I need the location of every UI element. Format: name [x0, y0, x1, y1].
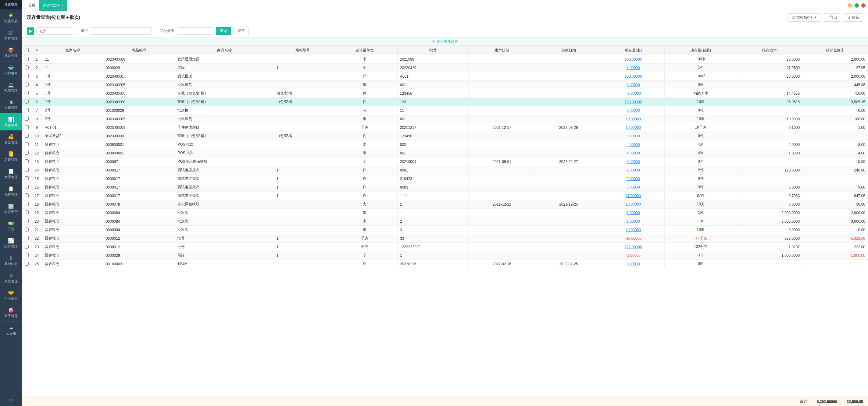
row-qty-main[interactable]: 0.00000	[602, 174, 664, 183]
row-checkbox-cell[interactable]	[22, 234, 31, 243]
category-select[interactable]	[177, 27, 213, 35]
tab-inventory-batch[interactable]: 库存批次▾ ×	[39, 0, 67, 11]
row-qty-main[interactable]: -1.00000	[602, 251, 664, 260]
sidebar-item-system[interactable]: ⚙ 系统管理	[0, 270, 22, 287]
sidebar-settings[interactable]: ⚙	[0, 394, 22, 406]
sidebar-item-ops[interactable]: 📈 经营管理	[0, 235, 22, 252]
row-qty-main[interactable]: 4.00000	[602, 149, 664, 158]
row-checkbox[interactable]	[25, 142, 29, 146]
row-checkbox[interactable]	[25, 117, 29, 121]
row-qty-main[interactable]: 122.00000	[602, 243, 664, 251]
row-checkbox-cell[interactable]	[22, 166, 31, 174]
row-qty-main[interactable]: 3.00000	[602, 183, 664, 192]
row-qty-main[interactable]: 1.00000	[602, 209, 664, 217]
sidebar-item-accounting[interactable]: 📒 总账管理	[0, 148, 22, 165]
row-qty-main[interactable]: 10.00000	[602, 200, 664, 209]
sidebar-item-tax[interactable]: 📋 税务管理	[0, 183, 22, 200]
sidebar-item-basic[interactable]: ℹ 基础信息	[0, 252, 22, 270]
row-qty-main[interactable]: 0.00000	[602, 132, 664, 140]
row-checkbox-cell[interactable]	[22, 192, 31, 200]
row-checkbox[interactable]	[25, 168, 29, 172]
row-checkbox-cell[interactable]	[22, 209, 31, 217]
sidebar-item-finance[interactable]: 💰 资金管理	[0, 131, 22, 148]
sidebar-item-quick-nav[interactable]: ⚡ 快捷导航	[0, 9, 22, 27]
row-checkbox-cell[interactable]	[22, 89, 31, 98]
row-checkbox-cell[interactable]	[22, 106, 31, 115]
warehouse-input[interactable]	[37, 27, 73, 35]
row-qty-main[interactable]: 49.60000	[602, 89, 664, 98]
row-checkbox-cell[interactable]	[22, 72, 31, 81]
row-checkbox-cell[interactable]	[22, 123, 31, 132]
row-checkbox[interactable]	[25, 57, 29, 61]
row-checkbox[interactable]	[25, 91, 29, 95]
row-checkbox[interactable]	[25, 202, 29, 206]
row-qty-main[interactable]: -16.00000	[602, 234, 664, 243]
row-qty-main[interactable]: 100.00000	[602, 55, 664, 64]
sidebar-item-invoice[interactable]: 🧾 发票管理	[0, 165, 22, 183]
row-checkbox[interactable]	[25, 244, 29, 248]
sidebar-item-collab[interactable]: 🤝 企业协同	[0, 287, 22, 304]
row-qty-main[interactable]: 0.00000	[602, 106, 664, 115]
select-all-checkbox[interactable]	[25, 48, 29, 52]
row-checkbox-cell[interactable]	[22, 243, 31, 251]
export-button[interactable]: ↑ 导出	[823, 13, 841, 22]
row-checkbox-cell[interactable]	[22, 140, 31, 149]
sidebar-item-newbie[interactable]: 🎯 新手引导	[0, 304, 22, 322]
row-checkbox-cell[interactable]	[22, 200, 31, 209]
row-checkbox[interactable]	[25, 185, 29, 189]
row-checkbox[interactable]	[25, 228, 29, 232]
row-qty-main[interactable]: 1.00000	[602, 217, 664, 226]
row-checkbox-cell[interactable]	[22, 217, 31, 226]
row-checkbox[interactable]	[25, 100, 29, 104]
sidebar-item-inventory[interactable]: 📊 库存核算	[0, 113, 22, 131]
row-checkbox[interactable]	[25, 253, 29, 257]
row-checkbox[interactable]	[25, 262, 29, 266]
row-qty-main[interactable]: 100.00000	[602, 98, 664, 106]
sidebar-item-ecom[interactable]: 💻 电商管理	[0, 79, 22, 96]
row-checkbox[interactable]	[25, 236, 29, 240]
row-qty-main[interactable]: 87.00000	[602, 192, 664, 200]
row-qty-main[interactable]: 4.00000	[602, 140, 664, 149]
sidebar-item-retail[interactable]: 🛒 零售管理	[0, 27, 22, 44]
row-checkbox-cell[interactable]	[22, 149, 31, 158]
row-checkbox[interactable]	[25, 66, 29, 69]
row-checkbox-cell[interactable]	[22, 226, 31, 234]
row-checkbox-cell[interactable]	[22, 251, 31, 260]
sidebar-item-purchase[interactable]: 🛍 采购管理	[0, 96, 22, 113]
row-qty-main[interactable]: 0.00000	[602, 260, 664, 268]
row-checkbox[interactable]	[25, 134, 29, 138]
filter-arrow-button[interactable]: ▶	[27, 27, 34, 35]
row-qty-main[interactable]: 10.00000	[602, 123, 664, 132]
row-qty-main[interactable]: 100.00000	[602, 72, 664, 81]
row-qty-main[interactable]: 2.00000	[602, 166, 664, 174]
refresh-button[interactable]: ↺ 刷新	[844, 13, 863, 22]
row-checkbox-cell[interactable]	[22, 98, 31, 106]
row-checkbox[interactable]	[25, 125, 29, 129]
row-checkbox[interactable]	[25, 74, 29, 78]
row-checkbox-cell[interactable]	[22, 260, 31, 268]
tab-close-icon[interactable]: ×	[61, 4, 63, 7]
row-checkbox-cell[interactable]	[22, 183, 31, 192]
row-checkbox-cell[interactable]	[22, 132, 31, 140]
row-checkbox-cell[interactable]	[22, 115, 31, 123]
row-checkbox-cell[interactable]	[22, 174, 31, 183]
print-button[interactable]: 🖨 按模板打印▾	[787, 13, 820, 22]
row-checkbox-cell[interactable]	[22, 158, 31, 166]
sidebar-logo[interactable]: 搜索菜单	[0, 0, 22, 9]
row-checkbox-cell[interactable]	[22, 64, 31, 72]
minimize-button[interactable]	[848, 3, 852, 8]
row-checkbox[interactable]	[25, 108, 29, 112]
row-checkbox[interactable]	[25, 219, 29, 223]
row-checkbox[interactable]	[25, 159, 29, 163]
row-qty-main[interactable]: 0.00000	[602, 158, 664, 166]
search-button[interactable]: 查询	[216, 27, 231, 35]
row-checkbox-cell[interactable]	[22, 55, 31, 64]
row-qty-main[interactable]: 10.00000	[602, 226, 664, 234]
row-checkbox[interactable]	[25, 151, 29, 155]
col-checkbox[interactable]	[22, 46, 31, 55]
row-qty-main[interactable]: 10.00000	[602, 115, 664, 123]
row-checkbox[interactable]	[25, 210, 29, 214]
sidebar-item-cloud[interactable]: ☁ 云应用	[0, 322, 22, 339]
row-checkbox[interactable]	[25, 176, 29, 180]
sidebar-item-hr[interactable]: 💵 工资	[0, 217, 22, 235]
